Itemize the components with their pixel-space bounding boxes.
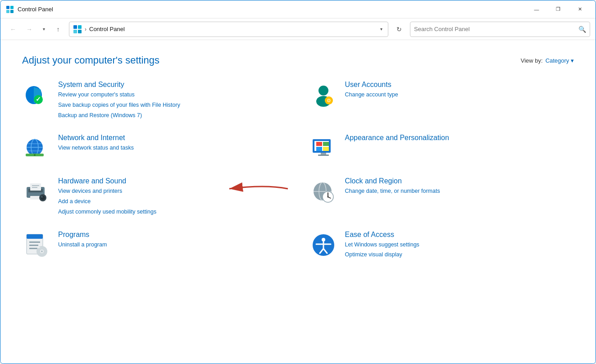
nav-bar: ← → ▾ ↑ › Control Panel ▾ ↻ 🔍 [0, 18, 596, 40]
window-title: Control Panel [18, 6, 526, 13]
ease-of-access-link-1[interactable]: Let Windows suggest settings [345, 241, 419, 249]
address-dropdown-button[interactable]: ▾ [378, 25, 384, 33]
clock-region-icon [309, 177, 338, 206]
clock-region-title[interactable]: Clock and Region [345, 177, 440, 185]
svg-rect-24 [316, 142, 322, 146]
svg-rect-47 [27, 234, 43, 239]
user-accounts-icon: ⚙ [309, 81, 338, 109]
ease-of-access-link-2[interactable]: Optimize visual display [345, 250, 419, 259]
svg-text:✓: ✓ [36, 96, 41, 103]
hardware-sound-link-1[interactable]: View devices and printers [58, 187, 156, 196]
programs-title[interactable]: Programs [58, 231, 107, 239]
network-internet-link-1[interactable]: View network status and tasks [58, 144, 134, 152]
appearance-info: Appearance and Personalization [345, 134, 449, 142]
page-title: Adjust your computer's settings [22, 55, 159, 66]
network-internet-title[interactable]: Network and Internet [58, 134, 134, 142]
title-bar: Control Panel — ❐ ✕ [0, 0, 596, 18]
category-network-internet: Network and Internet View network status… [22, 134, 287, 163]
hardware-sound-link-2[interactable]: Add a device [58, 197, 156, 206]
svg-rect-28 [321, 153, 326, 155]
programs-icon [22, 231, 51, 259]
svg-rect-48 [29, 241, 40, 243]
address-text: Control Panel [89, 26, 378, 32]
categories-grid: ✓ System and Security Review your comput… [22, 81, 574, 259]
view-by-label: View by: [521, 57, 543, 64]
search-icon: 🔍 [578, 26, 586, 33]
content-wrapper: ✓ System and Security Review your comput… [22, 81, 574, 259]
svg-rect-5 [78, 25, 82, 29]
network-internet-info: Network and Internet View network status… [58, 134, 134, 152]
svg-point-11 [318, 86, 328, 96]
svg-point-37 [41, 196, 45, 200]
user-accounts-link-1[interactable]: Change account type [345, 91, 398, 99]
hardware-sound-link-3[interactable]: Adjust commonly used mobility settings [58, 208, 156, 216]
svg-rect-25 [323, 142, 329, 146]
search-bar[interactable]: 🔍 [410, 22, 590, 37]
content-area: Adjust your computer's settings View by:… [0, 40, 596, 364]
refresh-button[interactable]: ↻ [392, 22, 406, 36]
view-by: View by: Category ▾ [521, 57, 574, 64]
category-appearance: Appearance and Personalization [309, 134, 574, 163]
svg-rect-3 [10, 10, 14, 13]
svg-rect-27 [323, 147, 329, 151]
svg-point-38 [41, 196, 43, 198]
close-button[interactable]: ✕ [569, 2, 590, 17]
user-accounts-info: User Accounts Change account type [345, 81, 398, 99]
category-system-security: ✓ System and Security Review your comput… [22, 81, 287, 119]
svg-point-53 [41, 250, 43, 252]
hardware-sound-icon [22, 177, 51, 206]
programs-info: Programs Uninstall a program [58, 231, 107, 249]
address-bar[interactable]: › Control Panel ▾ [69, 22, 388, 37]
svg-rect-7 [78, 30, 82, 33]
appearance-icon [309, 134, 338, 163]
main-window: Control Panel — ❐ ✕ ← → ▾ ↑ › Control Pa… [0, 0, 596, 364]
svg-rect-34 [32, 187, 37, 188]
svg-rect-0 [6, 6, 9, 9]
user-accounts-title[interactable]: User Accounts [345, 81, 398, 89]
system-security-link-1[interactable]: Review your computer's status [58, 91, 180, 99]
system-security-icon: ✓ [22, 81, 51, 109]
up-button[interactable]: ↑ [51, 22, 65, 36]
system-security-title[interactable]: System and Security [58, 81, 180, 89]
svg-rect-33 [32, 185, 39, 186]
forward-button[interactable]: → [22, 22, 36, 36]
ease-of-access-title[interactable]: Ease of Access [345, 231, 419, 239]
ease-of-access-info: Ease of Access Let Windows suggest setti… [345, 231, 419, 259]
system-security-link-2[interactable]: Save backup copies of your files with Fi… [58, 101, 180, 109]
back-button[interactable]: ← [6, 22, 20, 36]
maximize-button[interactable]: ❐ [548, 2, 569, 17]
svg-rect-2 [6, 10, 9, 13]
svg-rect-6 [73, 30, 77, 33]
programs-link-1[interactable]: Uninstall a program [58, 241, 107, 249]
address-separator: › [85, 26, 86, 32]
content-header: Adjust your computer's settings View by:… [22, 55, 574, 66]
network-internet-icon [22, 134, 51, 163]
svg-rect-4 [73, 25, 77, 29]
view-by-dropdown[interactable]: Category ▾ [546, 57, 574, 64]
address-bar-icon [73, 25, 82, 34]
clock-region-link-1[interactable]: Change date, time, or number formats [345, 187, 440, 196]
svg-rect-29 [318, 155, 329, 156]
hardware-sound-info: Hardware and Sound View devices and prin… [58, 177, 156, 216]
svg-rect-49 [29, 245, 38, 246]
svg-rect-26 [316, 147, 322, 151]
category-programs: Programs Uninstall a program [22, 231, 287, 259]
titlebar-icon [6, 5, 14, 14]
svg-rect-1 [10, 6, 14, 9]
svg-text:⚙: ⚙ [327, 98, 331, 103]
svg-point-21 [34, 154, 36, 156]
category-user-accounts: ⚙ User Accounts Change account type [309, 81, 574, 119]
search-input[interactable] [414, 26, 578, 32]
clock-region-info: Clock and Region Change date, time, or n… [345, 177, 440, 196]
appearance-title[interactable]: Appearance and Personalization [345, 134, 449, 142]
category-clock-region: Clock and Region Change date, time, or n… [309, 177, 574, 216]
minimize-button[interactable]: — [526, 2, 547, 17]
category-ease-of-access: Ease of Access Let Windows suggest setti… [309, 231, 574, 259]
ease-of-access-icon [309, 231, 338, 259]
category-hardware-sound: Hardware and Sound View devices and prin… [22, 177, 287, 216]
recent-locations-button[interactable]: ▾ [38, 22, 49, 36]
system-security-info: System and Security Review your computer… [58, 81, 180, 119]
hardware-sound-title[interactable]: Hardware and Sound [58, 177, 156, 185]
window-controls: — ❐ ✕ [526, 2, 590, 17]
system-security-link-3[interactable]: Backup and Restore (Windows 7) [58, 111, 180, 120]
